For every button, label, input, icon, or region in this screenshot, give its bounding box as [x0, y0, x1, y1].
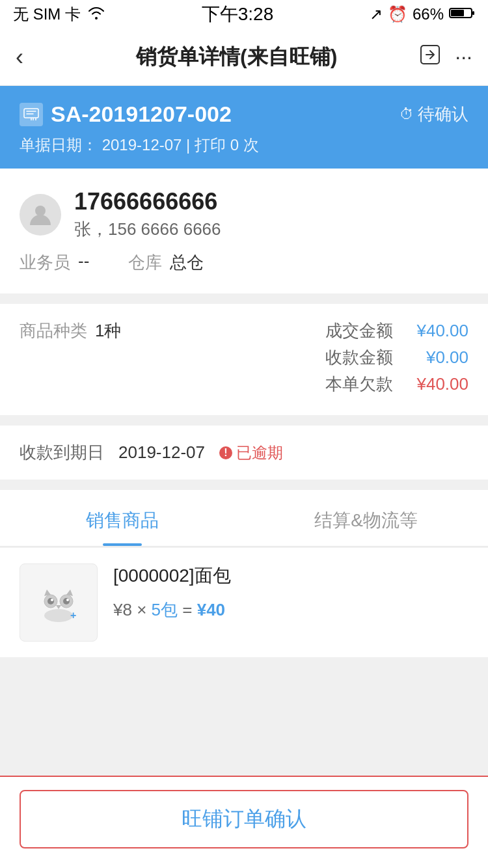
- multiply-sign: ×: [137, 600, 151, 619]
- customer-section: 17666666666 张，156 6666 6666 业务员 -- 仓库 总仓: [0, 169, 488, 293]
- tab-underline: [103, 543, 142, 546]
- sales-value: --: [78, 251, 89, 274]
- svg-point-8: [47, 598, 54, 604]
- status-bar: 无 SIM 卡 下午3:28 ↗ ⏰ 66%: [0, 0, 488, 29]
- svg-point-10: [51, 599, 53, 601]
- sales-staff: 业务员 --: [20, 251, 89, 274]
- deal-amount-value: ¥40.00: [403, 321, 468, 341]
- header-card: SA-20191207-002 ⏱ 待确认 单据日期： 2019-12-07 |…: [0, 86, 488, 169]
- svg-rect-4: [24, 109, 38, 118]
- order-id: SA-20191207-002: [20, 102, 232, 127]
- svg-text:+: +: [70, 610, 76, 621]
- svg-point-12: [44, 609, 73, 622]
- product-price: ¥8 × 5包 = ¥40: [113, 599, 468, 621]
- customer-row: 17666666666 张，156 6666 6666: [20, 188, 468, 241]
- battery-text: 66%: [413, 5, 444, 23]
- svg-rect-1: [451, 10, 464, 16]
- due-date-value: 2019-12-07: [118, 442, 205, 463]
- price-total: ¥40: [197, 600, 225, 619]
- svg-point-5: [35, 206, 46, 216]
- quantity: 5包: [152, 600, 178, 619]
- due-label: 收款到期日: [20, 441, 104, 464]
- customer-avatar: [20, 194, 61, 236]
- deal-amount-row: 成交金额 ¥40.00: [325, 319, 468, 342]
- header-sub: 单据日期： 2019-12-07 | 打印 0 次: [20, 135, 468, 156]
- received-amount-row: 收款金额 ¥0.00: [325, 346, 468, 369]
- share-button[interactable]: [418, 43, 442, 72]
- summary-section: 商品种类 1种 成交金额 ¥40.00 收款金额 ¥0.00 本单欠款 ¥40.…: [0, 304, 488, 415]
- wifi-icon: [87, 5, 105, 23]
- owed-amount-row: 本单欠款 ¥40.00: [325, 373, 468, 396]
- overdue-badge: ! 已逾期: [219, 442, 283, 463]
- more-button[interactable]: ···: [455, 45, 472, 69]
- owed-amount-label: 本单欠款: [325, 373, 393, 396]
- tab-settlement[interactable]: 结算&物流等: [244, 490, 488, 546]
- page-title: 销货单详情(来自旺铺): [136, 43, 337, 72]
- svg-point-11: [66, 599, 69, 601]
- header-top: SA-20191207-002 ⏱ 待确认: [20, 102, 468, 127]
- product-types-label: 商品种类: [20, 319, 87, 342]
- product-types: 商品种类 1种: [20, 319, 121, 342]
- product-name: [0000002]面包: [113, 563, 468, 588]
- tab-sales-product[interactable]: 销售商品: [0, 490, 244, 546]
- status-left: 无 SIM 卡: [13, 4, 105, 25]
- status-right: ↗ ⏰ 66%: [370, 5, 475, 23]
- due-date-section: 收款到期日 2019-12-07 ! 已逾期: [0, 426, 488, 480]
- product-thumbnail: +: [20, 563, 98, 642]
- equals-sign: =: [182, 600, 197, 619]
- back-button[interactable]: ‹: [16, 44, 55, 71]
- customer-info: 17666666666 张，156 6666 6666: [74, 188, 221, 241]
- product-item: + [0000002]面包 ¥8 × 5包 = ¥40: [0, 548, 488, 657]
- deal-amount-label: 成交金额: [325, 319, 393, 342]
- alarm-icon: ⏰: [388, 5, 407, 23]
- product-types-value: 1种: [95, 319, 121, 342]
- product-info: [0000002]面包 ¥8 × 5包 = ¥40: [113, 563, 468, 621]
- svg-point-9: [63, 598, 70, 604]
- overdue-icon: !: [219, 446, 232, 459]
- received-amount-value: ¥0.00: [403, 347, 468, 368]
- sales-label: 业务员: [20, 251, 70, 274]
- battery-icon: [449, 5, 475, 23]
- owed-amount-value: ¥40.00: [403, 374, 468, 394]
- warehouse: 仓库 总仓: [128, 251, 204, 274]
- nav-bar: ‹ 销货单详情(来自旺铺) ···: [0, 29, 488, 86]
- customer-meta: 业务员 -- 仓库 总仓: [20, 251, 468, 274]
- received-amount-label: 收款金额: [325, 346, 393, 369]
- nav-actions: ···: [418, 43, 472, 72]
- confirm-button[interactable]: 旺铺订单确认: [20, 790, 468, 848]
- tabs-section: 销售商品 结算&物流等: [0, 490, 488, 547]
- overdue-text: 已逾期: [236, 442, 283, 463]
- location-icon: ↗: [370, 5, 383, 23]
- warehouse-value: 总仓: [170, 251, 204, 274]
- price-unit: ¥8: [113, 600, 132, 619]
- status-time: 下午3:28: [202, 2, 274, 27]
- order-status: ⏱ 待确认: [400, 103, 468, 126]
- warehouse-label: 仓库: [128, 251, 162, 274]
- clock-icon: ⏱: [400, 106, 414, 123]
- carrier-text: 无 SIM 卡: [13, 4, 81, 25]
- order-icon: [20, 103, 43, 126]
- bottom-bar: 旺铺订单确认: [0, 776, 488, 868]
- amount-list: 成交金额 ¥40.00 收款金额 ¥0.00 本单欠款 ¥40.00: [325, 319, 468, 400]
- svg-rect-2: [472, 11, 474, 15]
- customer-phone: 17666666666: [74, 188, 221, 215]
- customer-name: 张，156 6666 6666: [74, 218, 221, 241]
